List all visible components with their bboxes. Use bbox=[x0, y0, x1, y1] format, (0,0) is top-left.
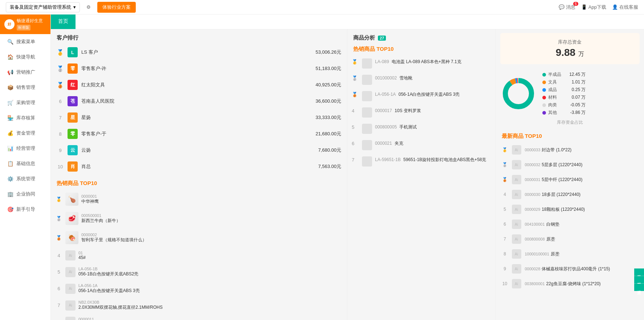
table-row: 7 星 星扬 33,333.00元 bbox=[51, 110, 347, 126]
legend-item-material: 材料 0.07 万 bbox=[542, 94, 586, 100]
svg-point-1 bbox=[505, 81, 531, 107]
hp-info-6: LA-056-1A 056-1A白色按键开关盖ABS 3壳 bbox=[78, 283, 343, 294]
lp-img-3: Ai bbox=[512, 175, 521, 184]
hp-rank-2: 🥈 bbox=[55, 216, 62, 221]
rank-num-6: 8 bbox=[57, 131, 64, 137]
latest-products-label: 最新商品 TOP10 bbox=[502, 133, 542, 140]
hp-info-2: 000500001 新西兰牛肉（新牛） bbox=[81, 213, 343, 224]
lp-rank-7: 7 bbox=[502, 237, 508, 242]
legend-item-finished: 成品 0.25 万 bbox=[542, 87, 586, 93]
lp-info-1: 0000033封边带 (1.0*22) bbox=[525, 147, 639, 153]
legend-dot-semifinished bbox=[542, 73, 546, 77]
online-service-link[interactable]: 👤 在线客服 bbox=[612, 4, 638, 11]
sidebar-item-finance[interactable]: 💰 资金管理 bbox=[0, 126, 50, 141]
mp-info-1: LA-089 电池盖 LA-089 ABS本色+黑种 7.1克 bbox=[375, 58, 491, 65]
lp-info-9: 0000028体械嘉枝味苏打饮品400毫升 (1*15) bbox=[525, 266, 639, 272]
mp-img-7 bbox=[362, 156, 372, 167]
avatar-4: 苍 bbox=[68, 96, 78, 106]
lp-rank-9: 9 bbox=[502, 266, 508, 271]
inventory-legend: 半成品 12.45 万 文具 1.01 万 成品 0.25 万 bbox=[542, 71, 586, 116]
hp-name-2: 新西兰牛肉（新牛） bbox=[81, 218, 343, 224]
customer-ranking-title: 客户排行 bbox=[51, 29, 347, 44]
hp-img-3: 🍖 bbox=[65, 231, 78, 244]
sidebar-item-shortcut[interactable]: 🏠 快捷导航 bbox=[0, 49, 50, 65]
hp-rank-7: 7 bbox=[55, 303, 62, 308]
hp-name-5: 056-1B白色按键开关底ABS2壳 bbox=[78, 271, 343, 277]
lp-info-8: 10000100001原垄 bbox=[525, 251, 639, 257]
list-item: 6 Ai LA-056-1A 056-1A白色按键开关盖ABS 3壳 bbox=[51, 280, 347, 297]
logo-area: 好 畅捷通好生意 标准版 bbox=[0, 15, 50, 34]
table-row: 🥉 红 红太阳文具 40,925.00元 bbox=[51, 77, 347, 93]
customer-amount-6: 21,680.00元 bbox=[315, 131, 341, 137]
marketing-icon: 📢 bbox=[7, 69, 13, 75]
hp-img-8: Ai bbox=[65, 317, 76, 320]
lp-rank-10: 10 bbox=[502, 281, 508, 286]
mp-rank-3: 🥉 bbox=[352, 92, 359, 97]
list-item: 8 Ai 10000100001原垄 bbox=[496, 247, 644, 262]
hot-by-amount-title: 商品分析 27 bbox=[347, 29, 496, 44]
lp-img-9: Ai bbox=[512, 264, 521, 274]
list-item: 🥈 🥩 000500001 新西兰牛肉（新牛） bbox=[51, 209, 347, 228]
customer-name-7: 云扬 bbox=[81, 147, 314, 153]
sidebar-item-search[interactable]: 🔍 搜索菜单 bbox=[0, 34, 50, 49]
lp-img-7: Ai bbox=[512, 234, 521, 244]
logo-icon: 好 bbox=[4, 19, 15, 29]
trial-button[interactable]: 体验行业方案 bbox=[97, 2, 136, 13]
sidebar-label-search: 搜索菜单 bbox=[16, 38, 35, 45]
mp-name-5: 手机测试 bbox=[399, 124, 417, 130]
table-row: 🥈 零 零售客户-许 51,183.00元 bbox=[51, 61, 347, 77]
inventory-box: 库存总资金 9.88 万 bbox=[500, 33, 640, 64]
system-selector[interactable]: 装备及固定资产辅助管理系统 ▾ bbox=[6, 2, 80, 12]
sidebar-item-basic[interactable]: 📋 基础信息 bbox=[0, 156, 50, 171]
messages-badge: 6 bbox=[573, 2, 578, 6]
service-icon: 👤 bbox=[612, 4, 618, 10]
customer-amount-2: 51,183.00元 bbox=[315, 65, 341, 72]
sidebar-item-marketing[interactable]: 📢 营销推广 bbox=[0, 65, 50, 80]
tab-home[interactable]: 首页 bbox=[51, 15, 76, 29]
settings-icon[interactable]: ⚙ bbox=[84, 3, 93, 12]
customer-amount-8: 7,563.00元 bbox=[318, 163, 341, 170]
left-panel: 客户排行 🥇 L LS 客户 53,006.26元 🥈 零 零售客户-许 bbox=[51, 29, 347, 320]
sidebar-label-finance: 资金管理 bbox=[16, 130, 35, 136]
float-btn-community[interactable]: 服务社区 bbox=[634, 276, 644, 284]
hp-info-7: NB2.0X30B 2.0X30MM双摆花轴,摆花直径2.1MM/ROHS bbox=[78, 300, 343, 311]
avatar-1: L bbox=[68, 47, 78, 57]
list-item: 9 Ai 0000028体械嘉枝味苏打饮品400毫升 (1*15) bbox=[496, 262, 644, 276]
sidebar-item-inventory[interactable]: 🏪 库存核算 bbox=[0, 110, 50, 126]
mp-rank-6: 6 bbox=[352, 141, 359, 146]
mp-code-7: LA-59651-1B bbox=[375, 157, 401, 162]
avatar-2: 零 bbox=[68, 63, 78, 74]
app-download-link[interactable]: 📱 App下载 bbox=[581, 4, 606, 11]
sidebar-item-sales[interactable]: 📦 销售管理 bbox=[0, 80, 50, 95]
sidebar-item-guide[interactable]: 🎯 新手引导 bbox=[0, 202, 50, 217]
legend-item-stationery: 文具 1.01 万 bbox=[542, 79, 586, 85]
sidebar-item-system[interactable]: ⚙️ 系统管理 bbox=[0, 171, 50, 186]
legend-dot-finished bbox=[542, 88, 546, 92]
float-btn-service[interactable]: 客服热线 bbox=[634, 268, 644, 276]
sidebar-item-company[interactable]: 🏢 企业协同 bbox=[0, 186, 50, 202]
table-row: 9 云 云扬 7,680.00元 bbox=[51, 142, 347, 159]
hp-rank-5: 5 bbox=[55, 269, 62, 275]
avatar-7: 云 bbox=[68, 145, 78, 155]
legend-item-meat: 肉类 -0.05 万 bbox=[542, 102, 586, 108]
medal-icon-1: 🥇 bbox=[57, 49, 64, 56]
float-btn-live[interactable]: 直播 bbox=[634, 284, 644, 291]
sidebar-item-purchase[interactable]: 🛒 采购管理 bbox=[0, 95, 50, 110]
avatar-3: 红 bbox=[68, 80, 78, 90]
sidebar-item-operation[interactable]: 📊 经营管理 bbox=[0, 141, 50, 156]
avatar-8: 肖 bbox=[68, 161, 78, 172]
list-item: 🥉 Ai 00000315层中纤 (1220*2440) bbox=[496, 172, 644, 187]
hp-rank-1: 🥇 bbox=[55, 197, 62, 202]
messages-link[interactable]: 💬 消息 6 bbox=[559, 4, 575, 11]
mp-code-5: 000800005 bbox=[375, 124, 397, 130]
mp-rank-4: 4 bbox=[352, 108, 359, 114]
logo-text-area: 畅捷通好生意 标准版 bbox=[17, 18, 43, 30]
hp-img-2: 🥩 bbox=[65, 212, 78, 225]
mp-name-1: 电池盖 LA-089 ABS本色+黑种 7.1克 bbox=[392, 59, 461, 64]
hp-rank-3: 🥉 bbox=[55, 235, 62, 241]
lp-rank-3: 🥉 bbox=[502, 177, 508, 182]
dropdown-icon: ▾ bbox=[73, 4, 76, 10]
right-panel: 库存总资金 9.88 万 bbox=[496, 29, 644, 320]
mp-img-4 bbox=[362, 107, 372, 118]
list-item: 7 LA-59651-1B 59651-1B旋转投影灯电池盒ABS黑色+58克 bbox=[347, 153, 496, 170]
